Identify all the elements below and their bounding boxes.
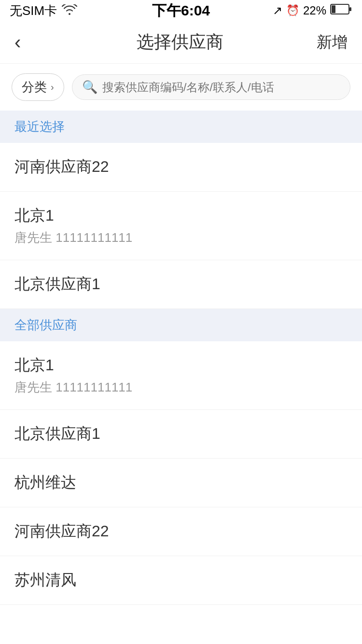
- status-right: ↗ ⏰ 22%: [273, 3, 352, 18]
- wifi-icon: [62, 3, 77, 18]
- search-input[interactable]: [102, 81, 340, 94]
- list-item[interactable]: 北京1 唐先生 11111111111: [0, 341, 362, 410]
- page-title: 选择供应商: [137, 30, 223, 54]
- search-icon: 🔍: [82, 80, 97, 95]
- item-name: 北京1: [14, 355, 348, 376]
- alarm-icon: ⏰: [286, 4, 299, 17]
- list-item[interactable]: 河南供应商22: [0, 507, 362, 556]
- item-name: 河南供应商22: [14, 521, 348, 542]
- location-icon: ↗: [273, 4, 282, 17]
- status-left: 无SIM卡: [10, 2, 77, 19]
- list-item[interactable]: 北京1 唐先生 11111111111: [0, 192, 362, 260]
- recent-section-header: 最近选择: [0, 111, 362, 143]
- all-section-header: 全部供应商: [0, 309, 362, 341]
- item-name: 苏州清风: [14, 570, 348, 591]
- all-section-title: 全部供应商: [14, 318, 77, 332]
- status-time: 下午6:04: [152, 1, 210, 21]
- filter-bar: 分类 › 🔍: [0, 64, 362, 111]
- all-list: 北京1 唐先生 11111111111 北京供应商1杭州维达河南供应商22苏州清…: [0, 341, 362, 605]
- carrier-text: 无SIM卡: [10, 2, 57, 19]
- list-item[interactable]: 杭州维达: [0, 459, 362, 507]
- item-name: 河南供应商22: [14, 156, 348, 178]
- item-name: 杭州维达: [14, 472, 348, 493]
- nav-bar: ‹ 选择供应商 新增: [0, 21, 362, 64]
- recent-section-title: 最近选择: [14, 119, 65, 134]
- item-sub: 唐先生 11111111111: [14, 229, 348, 246]
- svg-rect-2: [332, 5, 335, 13]
- item-name: 北京1: [14, 205, 348, 226]
- item-sub: 唐先生 11111111111: [14, 379, 348, 396]
- list-item[interactable]: 苏州清风: [0, 556, 362, 605]
- chevron-right-icon: ›: [51, 82, 54, 93]
- status-bar: 无SIM卡 下午6:04 ↗ ⏰ 22%: [0, 0, 362, 21]
- svg-rect-1: [349, 7, 351, 11]
- battery-icon: [330, 3, 352, 18]
- item-name: 北京供应商1: [14, 274, 348, 295]
- search-box[interactable]: 🔍: [72, 74, 350, 100]
- item-name: 北京供应商1: [14, 423, 348, 445]
- category-filter-button[interactable]: 分类 ›: [12, 73, 64, 101]
- back-button[interactable]: ‹: [14, 31, 43, 53]
- battery-text: 22%: [303, 4, 326, 17]
- list-item[interactable]: 北京供应商1: [0, 410, 362, 459]
- list-item[interactable]: 北京供应商1: [0, 260, 362, 309]
- add-button[interactable]: 新增: [317, 32, 348, 53]
- list-item[interactable]: 河南供应商22: [0, 143, 362, 192]
- category-label: 分类: [22, 79, 47, 96]
- recent-list: 河南供应商22 北京1 唐先生 11111111111 北京供应商1: [0, 143, 362, 309]
